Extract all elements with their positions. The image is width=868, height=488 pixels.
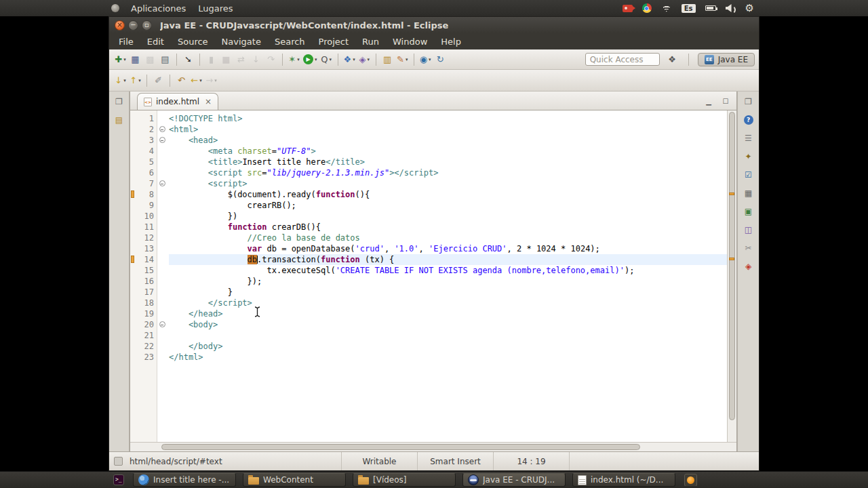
fold-row: [157, 135, 167, 146]
overview-marker[interactable]: [729, 258, 734, 260]
window-titlebar[interactable]: ×−▫ Java EE - CRUDJavascript/WebContent/…: [109, 17, 759, 33]
line-number: 11: [135, 222, 154, 232]
help-contents-icon[interactable]: ?: [742, 113, 755, 127]
skip-breakpoints-icon[interactable]: ➘: [181, 52, 195, 67]
menu-file[interactable]: File: [112, 35, 140, 49]
chromium-icon[interactable]: [642, 3, 652, 13]
annotation-pencil-icon[interactable]: ✎▾: [395, 52, 410, 67]
run-icon[interactable]: ▶▾: [302, 52, 319, 67]
open-perspective-icon[interactable]: ❖: [665, 52, 679, 67]
taskbar-terminal[interactable]: [111, 473, 126, 487]
battery-icon[interactable]: [705, 5, 716, 11]
editor-maximize-icon[interactable]: ☐: [720, 96, 731, 106]
dropdown-arrow-icon: ▾: [353, 57, 355, 62]
horizontal-scrollbar-thumb[interactable]: [161, 444, 640, 450]
menu-source[interactable]: Source: [171, 35, 215, 49]
quick-access-input[interactable]: [585, 53, 660, 66]
wifi-icon[interactable]: [661, 5, 672, 12]
external-tools-icon[interactable]: Q▾: [319, 52, 334, 67]
taskbar-item-v-deos[interactable]: [Vídeos]: [353, 473, 456, 487]
line-number: 12: [135, 232, 154, 243]
menu-run[interactable]: Run: [355, 35, 386, 49]
fold-row: [157, 178, 167, 189]
line-number: 23: [135, 352, 154, 363]
screen-recorder-icon[interactable]: [623, 5, 633, 12]
maximize-button[interactable]: ▫: [142, 20, 152, 30]
snippets-icon[interactable]: ✂: [742, 241, 755, 255]
new-web-wizard-icon[interactable]: ❖▾: [342, 52, 357, 67]
menu-search[interactable]: Search: [268, 35, 312, 49]
horizontal-scrollbar[interactable]: [130, 442, 736, 451]
data-source-icon[interactable]: ◫: [742, 223, 755, 237]
vertical-scrollbar[interactable]: [727, 110, 736, 442]
line-number: 5: [135, 157, 154, 167]
print-icon[interactable]: ▤: [158, 52, 172, 67]
menu-edit[interactable]: Edit: [140, 35, 171, 49]
line-number: 7: [135, 178, 154, 189]
toolbar-separator: [688, 54, 689, 66]
keyboard-indicator[interactable]: Es: [682, 4, 696, 13]
fold-toggle-icon[interactable]: [159, 180, 165, 186]
markers-icon[interactable]: ◈: [742, 260, 755, 273]
prev-annotation-icon[interactable]: ↑▾: [128, 73, 142, 88]
save-icon[interactable]: ▦: [128, 52, 142, 67]
mark-occurrences-icon[interactable]: ✐: [151, 73, 165, 88]
taskbar-item-java-ee-crudj[interactable]: Java EE - CRUDJ...: [462, 473, 566, 487]
editor-minimize-icon[interactable]: ▁: [703, 96, 714, 106]
minimize-button[interactable]: −: [128, 20, 138, 30]
folder-icon: [358, 477, 369, 485]
folding-ruler[interactable]: [157, 110, 167, 442]
line-number-ruler[interactable]: 1234567891011121314151617181920212223: [135, 110, 157, 442]
taskbar-item-label: [Vídeos]: [373, 475, 407, 485]
taskbar-item-insert-title-here[interactable]: Insert title here -...: [133, 473, 236, 487]
vertical-scrollbar-thumb[interactable]: [729, 112, 735, 420]
fold-toggle-icon[interactable]: [159, 126, 165, 132]
web-browser-icon[interactable]: ◉▾: [418, 52, 433, 67]
project-explorer-icon[interactable]: ▤: [113, 113, 126, 127]
last-edit-location-icon[interactable]: ↶: [174, 73, 189, 88]
outline-icon[interactable]: ☰: [742, 131, 755, 145]
menu-navigate[interactable]: Navigate: [215, 35, 268, 49]
fold-toggle-icon[interactable]: [159, 321, 165, 327]
tab-index-html[interactable]: index.html ×: [137, 93, 218, 110]
open-tasks-icon[interactable]: ▥: [380, 52, 395, 67]
save-all-icon: ▩: [143, 52, 157, 67]
close-button[interactable]: ×: [115, 20, 125, 30]
code-line: </script>: [169, 298, 727, 308]
refresh-icon[interactable]: ↻: [433, 52, 448, 67]
restore-views-icon[interactable]: ❐: [113, 95, 126, 108]
volume-icon[interactable]: [726, 4, 736, 12]
menu-window[interactable]: Window: [386, 35, 434, 49]
eclipse-launcher-icon: [684, 474, 697, 487]
overview-marker[interactable]: [729, 192, 734, 195]
taskbar-eclipse-launcher[interactable]: [682, 473, 699, 487]
perspective-java-ee-button[interactable]: Java EE: [698, 53, 755, 66]
task-list-icon[interactable]: ☑: [742, 168, 755, 182]
restore-views-icon[interactable]: ❐: [742, 95, 755, 108]
top-menu-lugares[interactable]: Lugares: [192, 2, 239, 15]
next-annotation-icon[interactable]: ↓▾: [113, 73, 127, 88]
line-number: 3: [135, 135, 154, 146]
left-collapsed-views: ❐▤: [109, 92, 130, 451]
taskbar-item-webcontent[interactable]: WebContent: [243, 473, 346, 487]
debug-icon[interactable]: ✶▾: [287, 52, 301, 67]
menu-project[interactable]: Project: [312, 35, 355, 49]
session-gear-icon[interactable]: ⚙: [745, 3, 754, 14]
menu-help[interactable]: Help: [434, 35, 468, 49]
status-caret-position: 14 : 19: [493, 452, 569, 470]
annotation-ruler[interactable]: [130, 110, 135, 442]
fold-toggle-icon[interactable]: [159, 137, 165, 143]
toolbar-separator: [176, 54, 177, 66]
code-line: function crearDB(){: [169, 222, 727, 232]
servers-icon[interactable]: ▣: [742, 205, 755, 218]
new-class-wizard-icon[interactable]: ◈▾: [357, 52, 372, 67]
properties-icon[interactable]: ▦: [742, 186, 755, 200]
top-menu-aplicaciones[interactable]: Aplicaciones: [125, 2, 192, 15]
back-icon[interactable]: ←▾: [189, 73, 203, 88]
tab-close-icon[interactable]: ×: [205, 97, 212, 106]
taskbar-item-index-html-d[interactable]: index.html (~/D...: [572, 473, 675, 487]
code-area[interactable]: <!DOCTYPE html><html> <head> <meta chars…: [167, 110, 727, 442]
ant-build-icon[interactable]: ✦: [742, 150, 755, 163]
right-collapsed-views: ❐?☰✦☑▦▣◫✂◈: [737, 92, 759, 451]
new-wizard-icon[interactable]: ✚▾: [113, 52, 127, 67]
